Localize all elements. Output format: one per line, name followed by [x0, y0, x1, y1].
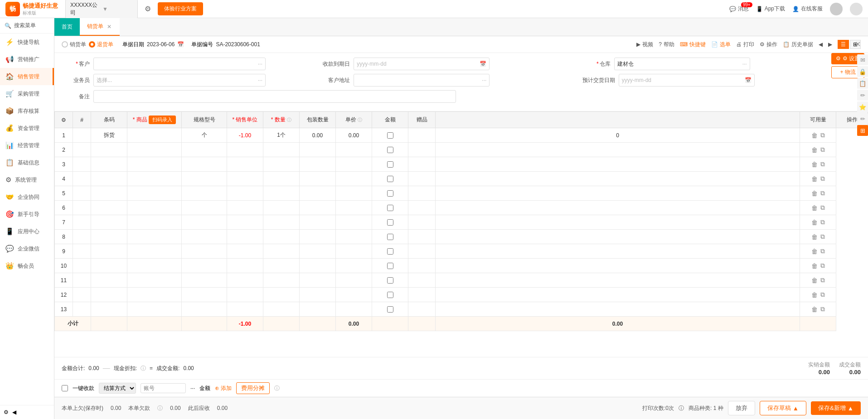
scan-button[interactable]: 扫码录入 [149, 116, 176, 124]
gift-checkbox-7[interactable] [387, 219, 393, 226]
delete-icon-8[interactable]: 🗑 [811, 233, 818, 241]
sidebar-settings-icon[interactable]: ⚙ [4, 409, 9, 415]
row-1-spec[interactable] [127, 128, 182, 143]
row-1-amount[interactable]: 0.00 [336, 128, 372, 143]
app-download-btn[interactable]: 📱 App下载 [756, 5, 785, 13]
tab-sales-order[interactable]: 销货单 ✕ [80, 18, 120, 36]
prev-doc-icon[interactable]: ◀ [819, 41, 823, 48]
gift-checkbox-9[interactable] [387, 248, 393, 255]
message-btn[interactable]: 💬 消息 99+ [729, 5, 749, 13]
gift-checkbox-6[interactable] [387, 205, 393, 211]
print-btn[interactable]: 🖨 打印 [736, 41, 754, 48]
row-1-gift[interactable] [372, 128, 408, 143]
copy-icon-10[interactable]: ⧉ [820, 262, 825, 270]
settings-icon[interactable]: ⚙ [141, 3, 154, 15]
copy-icon-5[interactable]: ⧉ [820, 189, 825, 197]
view-list-btn[interactable]: ☰ [838, 40, 849, 49]
calendar-icon[interactable]: 📅 [177, 41, 184, 48]
gift-checkbox-2[interactable] [387, 147, 393, 153]
rp-icon-4[interactable]: ✏ [857, 90, 868, 101]
gift-checkbox-8[interactable] [387, 234, 393, 240]
close-tab-icon[interactable]: ✕ [106, 24, 112, 30]
sidebar-item-purchase[interactable]: 🛒 采购管理 [0, 85, 54, 102]
row-1-pkg-qty[interactable]: 1个 [263, 128, 300, 143]
copy-icon-3[interactable]: ⧉ [820, 160, 825, 168]
customer-input[interactable]: ··· [93, 58, 266, 70]
row-1-barcode[interactable] [73, 128, 91, 143]
sidebar-item-inventory[interactable]: 📦 库存核算 [0, 102, 54, 120]
save-draft-button[interactable]: 保存草稿 ▲ [760, 401, 806, 415]
sidebar-search[interactable]: 🔍 搜索菜单 [0, 18, 54, 34]
salesperson-input[interactable]: 选择... ··· [93, 74, 266, 87]
delete-icon-11[interactable]: 🗑 [811, 277, 818, 284]
one-click-payment-checkbox[interactable] [62, 385, 68, 391]
rp-icon-6[interactable]: ✏ [857, 113, 868, 124]
delete-icon-3[interactable]: 🗑 [811, 161, 818, 168]
sidebar-item-quick-nav[interactable]: ⚡ 快捷导航 [0, 34, 54, 51]
next-doc-icon[interactable]: ▶ [828, 41, 832, 48]
row-1-product[interactable]: 拆货 [91, 128, 127, 143]
rp-icon-1[interactable]: ✉ [857, 54, 868, 65]
copy-icon-1[interactable]: ⧉ [820, 131, 825, 139]
video-btn[interactable]: ▶ 视频 [636, 41, 653, 48]
add-payment-btn[interactable]: ⊕ 添加 [215, 385, 232, 392]
copy-icon-4[interactable]: ⧉ [820, 175, 825, 183]
online-support-btn[interactable]: 👤 在线客服 [792, 5, 823, 13]
gift-checkbox-3[interactable] [387, 161, 393, 168]
operate-btn[interactable]: ⚙ 操作 [760, 41, 777, 48]
customer-address-input[interactable]: ··· [354, 74, 490, 87]
help-btn[interactable]: ? 帮助 [659, 41, 674, 48]
delete-icon-6[interactable]: 🗑 [811, 204, 818, 212]
sidebar-item-operations[interactable]: 📊 经营管理 [0, 137, 54, 154]
delete-icon-9[interactable]: 🗑 [811, 248, 818, 255]
sidebar-item-basic-info[interactable]: 📋 基础信息 [0, 154, 54, 171]
delivery-date-input[interactable]: yyyy-mm-dd 📅 [619, 74, 755, 87]
copy-icon-11[interactable]: ⧉ [820, 276, 825, 284]
payment-due-input[interactable]: yyyy-mm-dd 📅 [354, 58, 490, 70]
row-1-price[interactable]: 0.00 [300, 128, 336, 143]
sidebar-item-finance[interactable]: 💰 资金管理 [0, 120, 54, 137]
radio-sales[interactable]: 销货单 [62, 41, 86, 48]
delete-icon-12[interactable]: 🗑 [811, 291, 818, 299]
discard-button[interactable]: 放弃 [728, 401, 755, 415]
sidebar-item-vip[interactable]: 👑 畅会员 [0, 257, 54, 275]
remarks-input[interactable] [93, 90, 456, 103]
fee-split-btn[interactable]: 费用分摊 [236, 382, 270, 394]
copy-icon-9[interactable]: ⧉ [820, 247, 825, 255]
delete-icon-1[interactable]: 🗑 [811, 132, 818, 139]
close-window-icon[interactable]: ✕ [855, 40, 861, 48]
copy-icon-7[interactable]: ⧉ [820, 218, 825, 226]
row-1-unit[interactable]: 个 [182, 128, 227, 143]
rp-icon-5[interactable]: ⭐ [857, 101, 868, 112]
gift-checkbox-5[interactable] [387, 190, 393, 197]
sidebar-item-enterprise[interactable]: 🤝 企业协同 [0, 188, 54, 206]
rp-icon-7[interactable]: ⊞ [857, 125, 868, 136]
select-btn[interactable]: 📄 选单 [711, 41, 731, 48]
tab-home[interactable]: 首页 [54, 18, 80, 36]
shortcut-btn[interactable]: ⌨ 快捷键 [680, 41, 706, 48]
copy-icon-2[interactable]: ⧉ [820, 146, 825, 154]
sidebar-item-sales[interactable]: 🏠 销售管理 [0, 68, 54, 85]
copy-icon-6[interactable]: ⧉ [820, 204, 825, 212]
sidebar-item-wechat[interactable]: 💬 企业微信 [0, 240, 54, 257]
sidebar-item-app-center[interactable]: 📱 应用中心 [0, 223, 54, 240]
trial-button[interactable]: 体验行业方案 [158, 2, 203, 15]
delete-icon-5[interactable]: 🗑 [811, 190, 818, 197]
rp-icon-3[interactable]: 📋 [857, 78, 868, 89]
sidebar-item-system[interactable]: ⚙ 系统管理 [0, 171, 54, 188]
delete-icon-13[interactable]: 🗑 [811, 306, 818, 313]
gift-checkbox-4[interactable] [387, 176, 393, 182]
gift-checkbox-11[interactable] [387, 277, 393, 284]
settlement-method-select[interactable]: 结算方式 [99, 383, 136, 394]
gift-checkbox-13[interactable] [387, 306, 393, 313]
delete-icon-4[interactable]: 🗑 [811, 175, 818, 183]
delete-icon-7[interactable]: 🗑 [811, 219, 818, 226]
radio-return[interactable]: 退货单 [89, 41, 113, 48]
sidebar-item-guide[interactable]: 🎯 新手引导 [0, 206, 54, 223]
th-settings[interactable]: ⚙ [55, 112, 73, 128]
copy-icon-13[interactable]: ⧉ [820, 305, 825, 313]
save-new-button[interactable]: 保存&新增 ▲ [811, 401, 861, 415]
copy-icon-8[interactable]: ⧉ [820, 233, 825, 241]
account-input[interactable] [141, 383, 186, 393]
gift-checkbox-10[interactable] [387, 263, 393, 269]
